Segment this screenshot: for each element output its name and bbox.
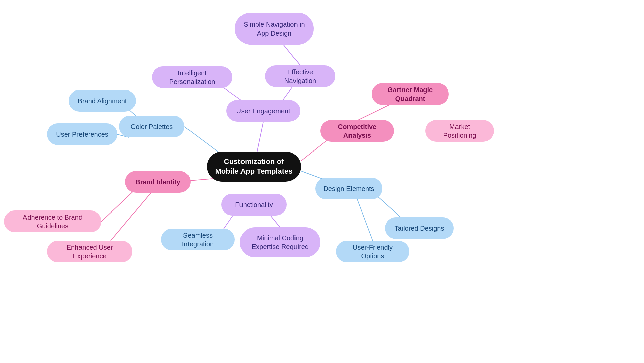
center-node: Customization of Mobile App Templates <box>207 152 301 182</box>
functionality-node: Functionality <box>221 194 287 216</box>
tailored-designs-label: Tailored Designs <box>395 224 444 233</box>
tailored-designs-node: Tailored Designs <box>385 217 454 239</box>
simple-navigation-node: Simple Navigation in App Design <box>235 13 314 45</box>
market-positioning-label: Market Positioning <box>433 122 487 140</box>
competitive-analysis-label: Competitive Analysis <box>328 122 387 140</box>
design-elements-node: Design Elements <box>315 178 382 199</box>
seamless-integration-label: Seamless Integration <box>168 231 227 248</box>
simple-navigation-label: Simple Navigation in App Design <box>242 20 306 38</box>
seamless-integration-node: Seamless Integration <box>161 229 235 250</box>
color-palettes-label: Color Palettes <box>131 122 173 131</box>
user-friendly-node: User-Friendly Options <box>336 241 409 262</box>
market-positioning-node: Market Positioning <box>425 120 494 142</box>
adherence-brand-label: Adherence to Brand Guidelines <box>11 213 94 230</box>
user-engagement-label: User Engagement <box>236 107 290 115</box>
enhanced-user-node: Enhanced User Experience <box>47 241 132 262</box>
brand-alignment-label: Brand Alignment <box>78 97 127 105</box>
svg-line-3 <box>283 45 300 65</box>
user-friendly-label: User-Friendly Options <box>343 243 402 260</box>
minimal-coding-label: Minimal Coding Expertise Required <box>247 234 313 251</box>
color-palettes-node: Color Palettes <box>119 116 184 137</box>
brand-identity-node: Brand Identity <box>125 171 191 193</box>
intelligent-personalization-node: Intelligent Personalization <box>152 66 232 88</box>
gartner-label: Gartner Magic Quadrant <box>379 85 441 103</box>
effective-navigation-label: Effective Navigation <box>272 68 328 85</box>
functionality-label: Functionality <box>235 200 273 209</box>
design-elements-label: Design Elements <box>323 184 374 193</box>
user-preferences-label: User Preferences <box>56 130 108 139</box>
enhanced-user-label: Enhanced User Experience <box>54 243 125 260</box>
minimal-coding-node: Minimal Coding Expertise Required <box>240 227 320 257</box>
competitive-analysis-node: Competitive Analysis <box>320 120 394 142</box>
adherence-brand-node: Adherence to Brand Guidelines <box>4 210 101 232</box>
intelligent-personalization-label: Intelligent Personalization <box>159 69 225 86</box>
brand-identity-label: Brand Identity <box>135 178 180 186</box>
gartner-node: Gartner Magic Quadrant <box>372 83 449 105</box>
svg-line-9 <box>111 193 151 241</box>
effective-navigation-node: Effective Navigation <box>265 65 335 87</box>
center-label: Customization of Mobile App Templates <box>214 157 293 176</box>
svg-line-14 <box>358 105 389 120</box>
user-preferences-node: User Preferences <box>47 123 117 145</box>
user-engagement-node: User Engagement <box>226 100 300 122</box>
brand-alignment-node: Brand Alignment <box>69 90 136 112</box>
svg-line-18 <box>357 199 373 241</box>
